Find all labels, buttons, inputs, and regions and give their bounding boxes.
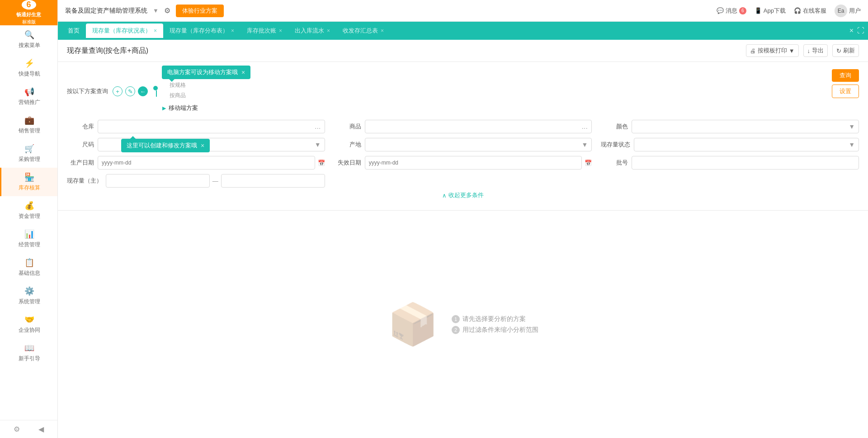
- tab-collect-summary-label: 收发存汇总表: [343, 27, 378, 35]
- chevron-up-icon: ∧: [442, 192, 447, 199]
- add-scheme-btn[interactable]: +: [113, 86, 123, 96]
- page-title: 现存量查询(按仓库+商品): [67, 46, 148, 56]
- sidebar-item-basic-info[interactable]: 📋 基础信息: [0, 253, 57, 282]
- tab-inout-flow[interactable]: 出入库流水 ×: [288, 24, 336, 38]
- sidebar-item-inventory[interactable]: 🏪 库存核算: [0, 168, 57, 196]
- tab-inventory-status[interactable]: 现存量（库存状况表） ×: [86, 24, 163, 38]
- sidebar-item-label: 采购管理: [19, 155, 40, 163]
- tab-close-icon[interactable]: ×: [381, 28, 384, 34]
- arrow-icon-2: ▶: [162, 105, 166, 111]
- user-action[interactable]: Ea 用户: [835, 5, 861, 17]
- goods-select[interactable]: …: [365, 120, 592, 133]
- filter-row-origin: 产地 ▼: [334, 138, 592, 151]
- sidebar-item-enterprise[interactable]: 🤝 企业协同: [0, 310, 57, 339]
- back-btn[interactable]: ←: [138, 86, 148, 96]
- sidebar-item-guide[interactable]: 📖 新手引导: [0, 339, 57, 367]
- color-select[interactable]: ▼: [632, 120, 859, 133]
- collapse-bar[interactable]: ∧ 收起更多条件: [67, 188, 859, 203]
- export-button[interactable]: ↓ 导出: [803, 44, 828, 57]
- basic-info-icon: 📋: [24, 258, 34, 268]
- empty-state: 📦 1 请先选择要分析的方案 2 用过滤条件来缩小分析范围: [58, 211, 868, 438]
- tooltip-1-close[interactable]: ×: [241, 69, 245, 76]
- size-dropdown[interactable]: ▼: [315, 141, 321, 148]
- origin-label: 产地: [334, 141, 361, 149]
- sidebar-item-purchase[interactable]: 🛒 采购管理: [0, 139, 57, 168]
- sidebar-item-system[interactable]: ⚙️ 系统管理: [0, 282, 57, 310]
- goods-ellipsis[interactable]: …: [581, 123, 588, 130]
- tab-batch-ledger[interactable]: 库存批次账 ×: [241, 24, 288, 38]
- sidebar-item-finance[interactable]: 💰 资金管理: [0, 196, 57, 225]
- scheme-mobile[interactable]: ▶ 移动端方案: [162, 103, 235, 113]
- online-support-action[interactable]: 🎧 在线客服: [794, 7, 826, 15]
- sidebar-item-label: 基础信息: [19, 269, 40, 277]
- warehouse-ellipsis[interactable]: …: [315, 123, 321, 130]
- search-menu-icon: 🔍: [24, 30, 34, 40]
- tooltip-2-close[interactable]: ×: [201, 142, 204, 149]
- hint-num-2: 2: [452, 326, 460, 334]
- sidebar-item-label: 系统管理: [19, 298, 40, 306]
- tab-close-icon[interactable]: ×: [154, 28, 157, 34]
- goods-label: 商品: [334, 122, 361, 131]
- search-button[interactable]: 查询: [832, 69, 859, 82]
- color-dropdown[interactable]: ▼: [849, 123, 855, 130]
- finance-icon: 💰: [24, 201, 34, 211]
- sales-icon: 💼: [24, 115, 34, 125]
- collapse-label: 收起更多条件: [448, 191, 484, 199]
- expire-date-calendar-icon[interactable]: 📅: [585, 160, 592, 166]
- scheme-sub-1[interactable]: 按规格: [170, 80, 235, 90]
- dropdown-icon[interactable]: ▼: [153, 7, 159, 14]
- filter-row-expire-date: 失效日期 📅: [334, 156, 592, 170]
- scheme-sub-items: 按规格 按商品: [162, 80, 235, 101]
- filter-row-warehouse: 仓库 …: [67, 120, 325, 133]
- print-dropdown-icon: ▼: [789, 47, 795, 54]
- stock-main-min-input[interactable]: [106, 174, 210, 188]
- sidebar-item-search-menu[interactable]: 🔍 搜索菜单: [0, 25, 57, 54]
- stock-main-max-input[interactable]: [221, 174, 325, 188]
- sidebar-item-operations[interactable]: 📊 经营管理: [0, 225, 57, 253]
- app-download-action[interactable]: 📱 App下载: [755, 7, 786, 15]
- sidebar-item-sales[interactable]: 💼 销售管理: [0, 111, 57, 139]
- tooltip-1-text: 电脑方案可设为移动方案哦: [167, 68, 238, 76]
- tab-inventory-dist[interactable]: 现存量（库存分布表） ×: [163, 24, 241, 38]
- stock-status-select[interactable]: ▼: [634, 138, 859, 151]
- sidebar-item-label: 新手引导: [19, 355, 40, 363]
- edit-scheme-btn[interactable]: ✎: [125, 86, 135, 96]
- hint-text-1: 请先选择要分析的方案: [462, 315, 526, 323]
- online-support-label: 在线客服: [803, 7, 826, 15]
- sidebar-item-label: 库存核算: [19, 184, 40, 192]
- refresh-label: 刷新: [843, 47, 855, 55]
- settings-icon[interactable]: ⚙: [14, 425, 20, 433]
- expire-date-start-input[interactable]: [365, 156, 582, 170]
- origin-select[interactable]: ▼: [365, 138, 592, 151]
- warehouse-select[interactable]: …: [98, 120, 325, 133]
- trial-button[interactable]: 体验行业方案: [176, 5, 224, 17]
- tab-home[interactable]: 首页: [61, 24, 86, 38]
- prod-date-calendar-icon[interactable]: 📅: [318, 160, 325, 166]
- prod-date-start-input[interactable]: [98, 156, 315, 170]
- sidebar-item-marketing[interactable]: 📢 营销推广: [0, 82, 57, 111]
- tab-collect-summary[interactable]: 收发存汇总表 ×: [336, 24, 390, 38]
- hint-num-1: 1: [452, 315, 460, 323]
- filter-actions: + ✎ ←: [113, 86, 148, 96]
- color-label: 颜色: [601, 122, 628, 131]
- print-button[interactable]: 🖨 按模板打印 ▼: [746, 44, 799, 57]
- origin-dropdown[interactable]: ▼: [581, 141, 588, 148]
- collapse-icon[interactable]: ◀: [38, 425, 44, 433]
- tab-fullscreen-icon[interactable]: ⛶: [857, 27, 864, 35]
- tab-close-icon[interactable]: ×: [231, 28, 234, 34]
- scheme-sub-2[interactable]: 按商品: [170, 90, 235, 101]
- connector: [153, 86, 158, 97]
- prod-date-label: 生产日期: [67, 159, 94, 167]
- reset-button[interactable]: 设置: [832, 85, 859, 98]
- tab-close-icon[interactable]: ×: [279, 28, 282, 34]
- tab-close-icon[interactable]: ×: [327, 28, 330, 34]
- tab-close-all-icon[interactable]: ×: [849, 27, 854, 35]
- stock-status-dropdown[interactable]: ▼: [849, 141, 855, 148]
- system-name: 装备及固定资产辅助管理系统: [65, 7, 147, 15]
- batch-no-input[interactable]: [632, 156, 859, 170]
- gear-icon[interactable]: ⚙: [164, 6, 170, 15]
- notice-action[interactable]: 💬 消息 6: [717, 7, 746, 15]
- sidebar-item-label: 经营管理: [19, 241, 40, 249]
- sidebar-item-quick-nav[interactable]: ⚡ 快捷导航: [0, 54, 57, 82]
- refresh-button[interactable]: ↻ 刷新: [832, 44, 859, 57]
